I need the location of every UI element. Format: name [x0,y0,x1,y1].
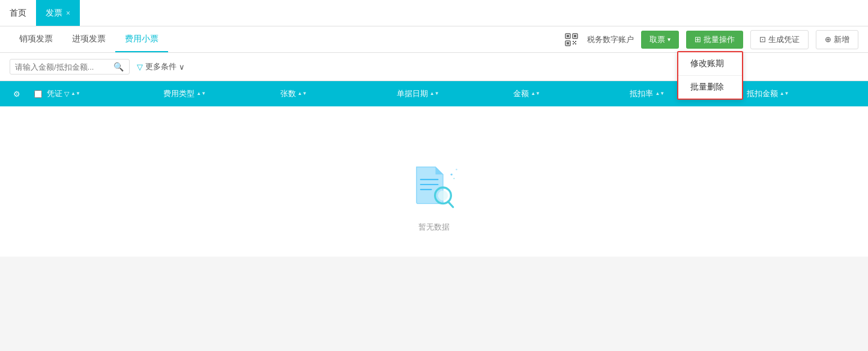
batch-delete-item[interactable]: 批量删除 [678,75,742,99]
svg-point-15 [438,191,448,201]
sub-nav-left: 销项发票 进项发票 费用小票 [10,26,168,52]
add-icon: ⊕ [825,35,831,44]
svg-rect-3 [574,35,576,37]
svg-line-16 [448,201,453,207]
th-deduct-rate-label: 抵扣率 [630,88,653,99]
tab-expense-ticket[interactable]: 费用小票 [115,26,168,52]
svg-point-17 [451,174,453,176]
generate-voucher-button[interactable]: ⊡ 生成凭证 [750,30,809,49]
th-expense-type[interactable]: 费用类型 ▲▼ [163,88,280,99]
sub-nav-right: 税务数字账户 取票 ▾ ⊞ 批量操作 修改账期 批量删除 ⊡ 生成凭证 ⊕ 新增 [563,30,858,49]
tab-sales-invoice[interactable]: 销项发票 [10,26,62,52]
svg-point-18 [456,169,457,171]
modify-period-item[interactable]: 修改账期 [678,52,742,75]
more-conditions-label: 更多条件 [145,61,176,72]
table-settings-icon[interactable]: ⚙ [5,90,29,99]
th-count-sort[interactable]: ▲▼ [298,91,307,96]
svg-rect-10 [574,42,575,43]
select-all-checkbox[interactable] [34,90,42,98]
th-expense-type-label: 费用类型 [163,88,194,99]
add-button[interactable]: ⊕ 新增 [816,30,858,49]
svg-rect-7 [575,41,576,42]
nav-tab-label: 发票 [46,8,62,19]
take-ticket-button[interactable]: 取票 ▾ [641,31,679,49]
voucher-icon: ⊡ [759,35,766,44]
take-ticket-label: 取票 [649,34,665,45]
qr-icon[interactable] [563,31,580,48]
top-nav: 首页 发票 × [0,0,868,26]
th-amount[interactable]: 金额 ▲▼ [513,88,630,99]
nav-tab-close[interactable]: × [66,9,70,17]
svg-rect-8 [573,43,574,44]
table-select-all[interactable] [29,90,47,98]
sub-nav: 销项发票 进项发票 费用小票 税务数字账户 取票 ▾ [0,26,868,53]
tax-digital-account[interactable]: 税务数字账户 [587,34,634,45]
svg-rect-9 [575,43,576,44]
svg-point-19 [454,178,455,179]
th-date-label: 单据日期 [397,88,428,99]
take-ticket-chevron: ▾ [668,36,671,43]
nav-tab-invoice[interactable]: 发票 × [36,0,80,26]
nav-home[interactable]: 首页 [0,0,36,26]
empty-text: 暂无数据 [418,222,450,233]
th-amount-sort[interactable]: ▲▼ [531,91,540,96]
empty-icon [404,154,464,215]
search-input-wrap: 🔍 [10,59,130,75]
more-conditions-chevron: ∨ [179,63,185,72]
th-deduct-amount[interactable]: 抵扣金额 ▲▼ [747,88,863,99]
batch-operation-button[interactable]: ⊞ 批量操作 [686,31,743,49]
svg-rect-1 [567,35,569,37]
th-count-label: 张数 [280,88,296,99]
batch-operation-wrapper: ⊞ 批量操作 修改账期 批量删除 [686,31,743,49]
batch-icon: ⊞ [695,35,701,44]
add-label: 新增 [834,34,849,45]
th-voucher[interactable]: 凭证 ▽ ▲▼ [47,88,163,99]
th-deduct-rate-sort[interactable]: ▲▼ [655,91,665,96]
th-amount-label: 金额 [513,88,529,99]
batch-label: 批量操作 [704,34,735,45]
more-conditions-button[interactable]: ▽ 更多条件 ∨ [137,61,185,72]
svg-rect-6 [573,41,574,42]
tab-income-invoice[interactable]: 进项发票 [62,26,115,52]
th-count[interactable]: 张数 ▲▼ [280,88,397,99]
batch-dropdown-menu: 修改账期 批量删除 [677,51,743,100]
svg-rect-5 [567,42,569,44]
filter-icon: ▽ [137,63,143,72]
empty-state: 暂无数据 [0,106,868,257]
th-deduct-amount-label: 抵扣金额 [747,88,778,99]
th-voucher-label: 凭证 [47,88,62,99]
th-voucher-sort[interactable]: ▲▼ [71,91,80,96]
search-icon[interactable]: 🔍 [113,62,124,72]
th-date[interactable]: 单据日期 ▲▼ [397,88,513,99]
th-date-sort[interactable]: ▲▼ [430,91,439,96]
th-expense-type-sort[interactable]: ▲▼ [196,91,206,96]
th-voucher-filter-icon: ▽ [64,90,69,98]
voucher-label: 生成凭证 [768,34,800,45]
search-input[interactable] [15,63,111,72]
th-deduct-amount-sort[interactable]: ▲▼ [780,91,789,96]
